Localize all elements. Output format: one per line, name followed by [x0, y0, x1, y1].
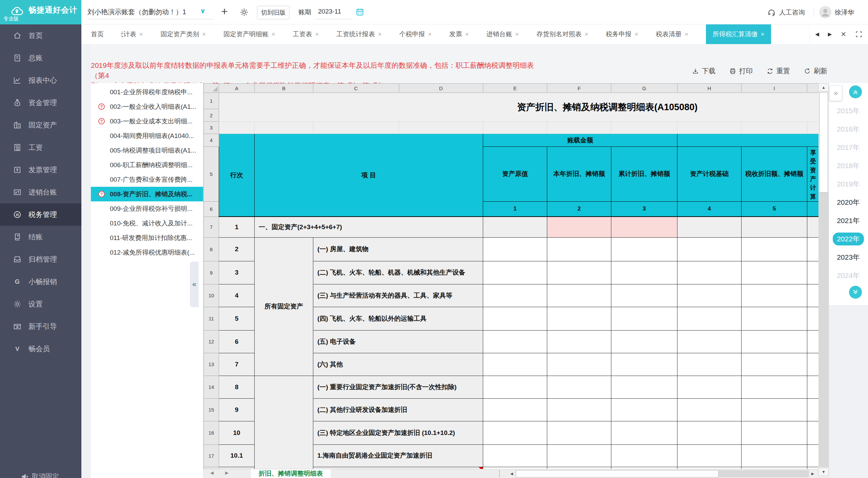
- close-icon[interactable]: ×: [685, 31, 688, 38]
- header-num-0[interactable]: 1: [483, 201, 547, 217]
- prev-sheet-icon[interactable]: ◀: [210, 470, 214, 475]
- cell-I12[interactable]: [742, 330, 807, 353]
- sidebar-item-13[interactable]: 新手引导: [0, 315, 81, 338]
- help-icon[interactable]: ?: [98, 118, 105, 124]
- close-icon[interactable]: ×: [139, 31, 143, 38]
- brand-logo[interactable]: 畅捷通好会计 专业版: [0, 0, 81, 24]
- cell-E8[interactable]: [483, 237, 547, 261]
- cell-r3c5[interactable]: [547, 122, 611, 134]
- sidebar-item-0[interactable]: 首页: [0, 24, 81, 47]
- year-item-7[interactable]: 2022年: [829, 230, 868, 248]
- years-scroll-down-icon[interactable]: [849, 286, 862, 299]
- cell-C13[interactable]: (六) 其他: [313, 353, 483, 376]
- header-group-book[interactable]: 账载金额: [483, 134, 677, 147]
- next-tab-icon[interactable]: ▶: [828, 31, 832, 37]
- cell-r3c3[interactable]: [399, 122, 483, 134]
- tab-6[interactable]: 个税申报 ×: [399, 30, 432, 39]
- tab-10[interactable]: 税务申报 ×: [606, 30, 638, 39]
- close-icon[interactable]: ×: [428, 31, 432, 38]
- cell-J7[interactable]: [807, 217, 819, 237]
- sidebar-item-7[interactable]: 进销台账: [0, 181, 81, 203]
- cell-F15[interactable]: [547, 398, 611, 421]
- cell-I10[interactable]: [742, 284, 807, 307]
- form-item-1[interactable]: ? 002-一般企业收入明细表(A1...: [91, 99, 203, 114]
- scroll-left-icon[interactable]: ◀: [508, 470, 515, 477]
- cell-I7[interactable]: [742, 217, 807, 237]
- col-header-B[interactable]: B: [255, 84, 313, 93]
- close-icon[interactable]: ×: [465, 31, 469, 38]
- cell-J13[interactable]: [807, 353, 819, 376]
- cell-G14[interactable]: [611, 376, 677, 398]
- cell-I8[interactable]: [742, 237, 807, 261]
- col-header-G[interactable]: G: [611, 84, 677, 93]
- help-icon[interactable]: ?: [98, 191, 105, 197]
- year-item-6[interactable]: 2021年: [829, 212, 868, 230]
- cell-J8[interactable]: [807, 237, 819, 261]
- avatar[interactable]: [819, 6, 831, 18]
- cell-F17[interactable]: [547, 444, 611, 467]
- cell-H11[interactable]: [677, 307, 742, 330]
- sidebar-item-5[interactable]: 工资: [0, 136, 81, 159]
- cell-r3c9[interactable]: [807, 122, 819, 134]
- row-header-12[interactable]: 12: [204, 330, 219, 353]
- header-num-1[interactable]: 2: [547, 201, 611, 217]
- cell-C9[interactable]: (二) 飞机、火车、轮船、机器、机械和其他生产设备: [313, 261, 483, 284]
- cell-I15[interactable]: [742, 398, 807, 421]
- tab-3[interactable]: 固定资产明细账 ×: [223, 30, 275, 39]
- tab-7[interactable]: 发票 ×: [449, 30, 469, 39]
- cell-A13[interactable]: 7: [219, 353, 255, 376]
- year-item-3[interactable]: 2018年: [829, 157, 868, 175]
- cell-C11[interactable]: (四) 飞机、火车、轮船以外的运输工具: [313, 307, 483, 330]
- year-item-2[interactable]: 2017年: [829, 138, 868, 157]
- close-icon[interactable]: ×: [378, 31, 382, 38]
- row-header-2[interactable]: 2: [204, 109, 219, 122]
- header-num-4[interactable]: 5: [742, 201, 807, 217]
- sidebar-item-3[interactable]: 资金管理: [0, 92, 81, 114]
- sidebar-item-8[interactable]: 税 税务管理: [0, 203, 81, 226]
- cell-A10[interactable]: 4: [219, 284, 255, 307]
- cell-H8[interactable]: [677, 237, 742, 261]
- header-num-2[interactable]: 3: [611, 201, 677, 217]
- year-item-5[interactable]: 2020年: [829, 193, 868, 212]
- cell-C8[interactable]: (一) 房屋、建筑物: [313, 237, 483, 261]
- cell-E17[interactable]: [483, 444, 547, 467]
- cell-H16[interactable]: [677, 421, 742, 444]
- cell-C14[interactable]: (一) 重要行业固定资产加速折旧(不含一次性扣除): [313, 376, 483, 398]
- cell-r3c4[interactable]: [483, 122, 547, 134]
- hscroll-thumb[interactable]: [516, 470, 718, 477]
- header-item-col[interactable]: 项 目: [255, 134, 483, 217]
- period-value[interactable]: 2023-11: [318, 8, 341, 15]
- form-item-0[interactable]: 001-企业所得税年度纳税申...: [91, 85, 203, 99]
- form-item-7[interactable]: ? 008-资产折旧、摊销及纳税...: [91, 187, 203, 201]
- cell-B7[interactable]: 一、固定资产(2+3+4+5+6+7): [255, 217, 483, 237]
- cell-H17[interactable]: [677, 444, 742, 467]
- form-item-11[interactable]: 012-减免所得税优惠明细表(...: [91, 245, 203, 260]
- vertical-scrollbar[interactable]: ▲ ▼: [818, 83, 829, 478]
- cell-r3c2[interactable]: [313, 122, 399, 134]
- add-account-icon[interactable]: +: [221, 5, 228, 18]
- cell-C15[interactable]: (二) 其他行业研发设备加速折旧: [313, 398, 483, 421]
- cell-J15[interactable]: [807, 398, 819, 421]
- header-group-tax[interactable]: [677, 134, 819, 147]
- toolbar-1[interactable]: 打印: [729, 66, 753, 76]
- sheet-tab[interactable]: 折旧、摊销调整明细表: [251, 469, 331, 478]
- header-col-clipped[interactable]: 享受 资产 计算: [807, 147, 819, 202]
- tab-1[interactable]: 统计表 ×: [121, 30, 143, 39]
- row-header-11[interactable]: 11: [204, 307, 219, 330]
- close-icon[interactable]: ×: [202, 31, 206, 38]
- support-link[interactable]: 人工咨询: [779, 8, 805, 17]
- cell-r3c6[interactable]: [611, 122, 677, 134]
- row-header-15[interactable]: 15: [204, 398, 219, 421]
- tab-4[interactable]: 工资表 ×: [293, 30, 319, 39]
- cell-C17[interactable]: 1.海南自由贸易港企业固定资产加速折旧: [313, 444, 483, 467]
- row-header-1[interactable]: 1: [204, 93, 219, 109]
- switch-old-version-button[interactable]: 切到旧版: [257, 6, 290, 19]
- account-selector[interactable]: 刘小艳演示账套（勿删勿动！）1: [87, 7, 186, 17]
- vscroll-track[interactable]: [818, 193, 829, 467]
- col-header-F[interactable]: F: [547, 84, 611, 93]
- close-all-tabs-icon[interactable]: ✕: [841, 30, 846, 38]
- row-header-16[interactable]: 16: [204, 421, 219, 444]
- cell-H13[interactable]: [677, 353, 742, 376]
- cell-F11[interactable]: [547, 307, 611, 330]
- col-header-C[interactable]: C: [313, 84, 399, 93]
